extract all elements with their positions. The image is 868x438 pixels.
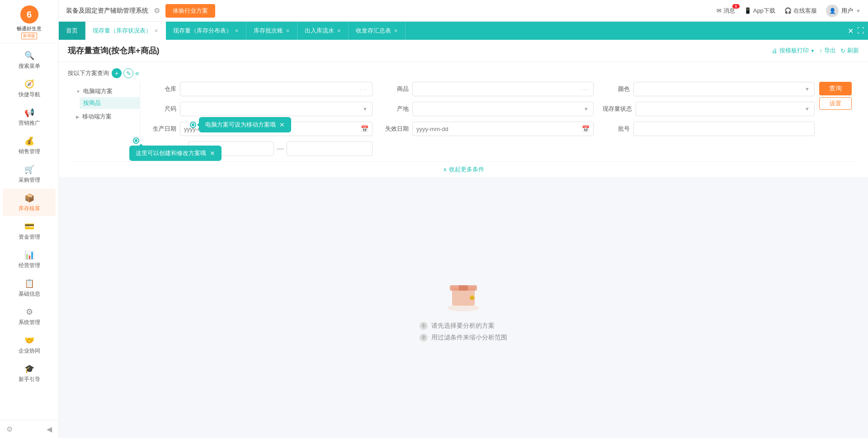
- scheme-sub-item[interactable]: 按商品: [80, 97, 140, 109]
- tip-num-1: ①: [420, 322, 428, 330]
- query-btn-col: 查询 设置: [819, 82, 852, 110]
- tabs-extra: ✕ ⛶: [848, 27, 868, 35]
- sidebar-item-guide[interactable]: 🧭 快捷导航: [3, 75, 56, 102]
- empty-tip-2: ② 用过滤条件来缩小分析范围: [420, 334, 507, 342]
- template-print-label: 按模板打印: [779, 47, 809, 55]
- sidebar-item-operations[interactable]: 📊 经营管理: [3, 245, 56, 273]
- scheme-item-desktop[interactable]: ▼ 电脑端方案: [72, 85, 140, 97]
- tab-close-icon[interactable]: ✕: [154, 28, 158, 34]
- sales-icon: 💰: [24, 136, 34, 146]
- online-service-button[interactable]: 🎧 在线客服: [784, 7, 817, 15]
- tab-inout-flow[interactable]: 出入库流水 ✕: [297, 22, 349, 40]
- finance-icon: 💳: [24, 221, 34, 231]
- refresh-button[interactable]: ↻ 刷新: [840, 47, 859, 55]
- edit-scheme-button[interactable]: ✎: [123, 68, 133, 78]
- export-button[interactable]: ↑ 导出: [820, 47, 836, 55]
- sidebar-item-inventory[interactable]: 📦 库存核算: [3, 188, 56, 216]
- collapse-filter-label: 收起更多条件: [449, 165, 484, 174]
- system-icon: ⚙: [26, 307, 33, 317]
- user-area[interactable]: 👤 用户 ▼: [826, 5, 861, 17]
- tab-close-icon[interactable]: ✕: [235, 28, 239, 34]
- sidebar-item-marketing[interactable]: 📢 营销推广: [3, 103, 56, 131]
- sidebar-item-search[interactable]: 🔍 搜索菜单: [3, 46, 56, 74]
- user-avatar: 👤: [826, 5, 839, 17]
- scheme-item-mobile[interactable]: ▶ 移动端方案: [72, 111, 140, 122]
- notice-button[interactable]: ✉ 消息 6: [717, 7, 735, 15]
- topbar-gear-icon[interactable]: ⚙: [154, 6, 160, 15]
- headset-icon: 🎧: [784, 7, 792, 14]
- tooltip2-text: 这里可以创建和修改方案哦: [136, 149, 206, 157]
- tab-close-icon[interactable]: ✕: [337, 28, 341, 34]
- size-select[interactable]: ▼: [180, 102, 373, 116]
- filter-field-origin: 产地 ▼: [382, 102, 594, 116]
- tab-inventory-dist[interactable]: 现存量（库存分布表） ✕: [166, 22, 246, 40]
- tab-close-icon[interactable]: ✕: [394, 28, 398, 34]
- query-button[interactable]: 查询: [819, 82, 852, 95]
- inv-qty-to-input[interactable]: [287, 141, 373, 156]
- sidebar-item-system[interactable]: ⚙ 系统管理: [3, 302, 56, 330]
- tab-close-icon[interactable]: ✕: [286, 28, 290, 34]
- batch-no-input[interactable]: [633, 122, 815, 136]
- sidebar-item-label: 销售管理: [19, 148, 40, 155]
- phone-icon: 📱: [744, 7, 751, 14]
- settings-icon[interactable]: ⚙: [6, 425, 13, 433]
- industry-solution-button[interactable]: 体验行业方案: [165, 4, 215, 18]
- filter-field-warehouse: 仓库 ···: [149, 82, 373, 96]
- sidebar-item-newbie[interactable]: 🎓 新手引导: [3, 359, 56, 387]
- origin-select[interactable]: ▼: [412, 102, 594, 116]
- inv-status-select[interactable]: ▼: [636, 102, 815, 116]
- tab-batch-ledger[interactable]: 库存批次账 ✕: [246, 22, 297, 40]
- sidebar-item-basic[interactable]: 📋 基础信息: [3, 274, 56, 301]
- left-arrow-button[interactable]: «: [135, 69, 139, 77]
- print-icon: 🖨: [772, 47, 778, 54]
- tab-inventory-dist-label: 现存量（库存分布表）: [173, 27, 232, 35]
- print-dropdown-icon: ▼: [811, 48, 815, 53]
- logo-text: 畅通好生意: [17, 25, 42, 32]
- sidebar-bottom: ⚙ ◀: [0, 420, 58, 438]
- expire-date-from-input[interactable]: [416, 126, 580, 132]
- scheme-actions: + ✎ «: [112, 68, 139, 78]
- tab-close-all-icon[interactable]: ✕: [848, 27, 854, 35]
- expire-date-from[interactable]: 📅: [412, 122, 594, 136]
- tooltip1-close-button[interactable]: ✕: [279, 121, 285, 128]
- warehouse-select[interactable]: ···: [180, 82, 373, 96]
- origin-dropdown-icon: ▼: [584, 106, 589, 112]
- sidebar-item-purchase[interactable]: 🛒 采购管理: [3, 160, 56, 188]
- batch-no-label: 批号: [603, 125, 630, 133]
- calendar-icon[interactable]: 📅: [582, 125, 590, 132]
- set-button[interactable]: 设置: [819, 97, 852, 110]
- tab-fullscreen-icon[interactable]: ⛶: [857, 27, 864, 35]
- notice-icon: ✉: [717, 7, 722, 14]
- sidebar-item-finance[interactable]: 💳 资金管理: [3, 217, 56, 245]
- goods-select[interactable]: ···: [412, 82, 594, 96]
- color-select[interactable]: ▼: [633, 82, 815, 96]
- warehouse-dots[interactable]: ···: [360, 86, 368, 93]
- sidebar-item-sales[interactable]: 💰 销售管理: [3, 132, 56, 159]
- empty-tip-1: ① 请先选择要分析的方案: [420, 322, 507, 330]
- sidebar-item-enterprise[interactable]: 🤝 企业协同: [3, 331, 56, 358]
- tab-home[interactable]: 首页: [59, 22, 85, 40]
- scheme-tree: ▼ 电脑端方案 按商品 ▶ 移动端方案: [68, 85, 140, 122]
- add-scheme-button[interactable]: +: [112, 68, 122, 78]
- goods-dots[interactable]: ···: [581, 86, 589, 93]
- tab-recv-send-label: 收发存汇总表: [356, 27, 391, 35]
- logo-icon: 6: [20, 5, 38, 24]
- sidebar-item-label: 新手引导: [19, 376, 40, 383]
- operations-icon: 📊: [24, 250, 34, 260]
- filter-field-color: 颜色 ▼: [603, 82, 815, 96]
- content-area: 现存量查询(按仓库+商品) 🖨 按模板打印 ▼ ↑ 导出 ↻ 刷新: [59, 40, 868, 438]
- topbar-left: 装备及固定资产辅助管理系统 ⚙ 体验行业方案: [66, 4, 215, 18]
- tip-2-text: 用过滤条件来缩小分析范围: [431, 334, 507, 342]
- origin-label: 产地: [382, 105, 409, 113]
- collapse-filter-button[interactable]: ∧ 收起更多条件: [68, 161, 859, 177]
- app-download-button[interactable]: 📱 App下载: [744, 7, 775, 15]
- tooltip2-close-button[interactable]: ✕: [210, 150, 215, 157]
- tab-recv-send[interactable]: 收发存汇总表 ✕: [349, 22, 406, 40]
- collapse-sidebar-icon[interactable]: ◀: [47, 425, 52, 433]
- tab-inventory-status[interactable]: 现存量（库存状况表） ✕: [85, 22, 166, 40]
- goods-label: 商品: [382, 85, 409, 93]
- calendar-icon[interactable]: 📅: [361, 125, 368, 132]
- sidebar-logo: 6 畅通好生意 标准版: [0, 0, 58, 43]
- template-print-button[interactable]: 🖨 按模板打印 ▼: [772, 47, 815, 55]
- empty-tips: ① 请先选择要分析的方案 ② 用过滤条件来缩小分析范围: [420, 322, 507, 342]
